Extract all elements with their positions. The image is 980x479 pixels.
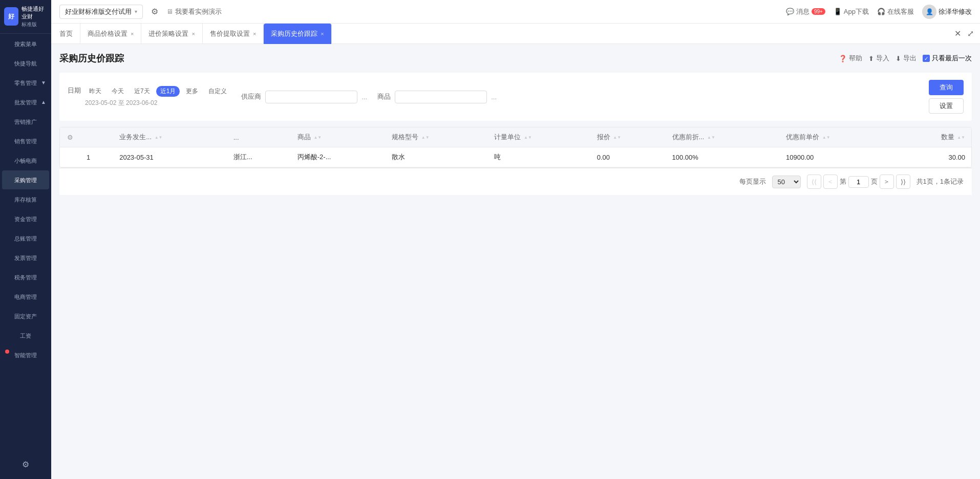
cell-before-price-0: 10900.00 <box>780 147 896 167</box>
sidebar-settings[interactable]: ⚙ <box>4 454 47 474</box>
page-last-button[interactable]: ⟩⟩ <box>896 175 910 189</box>
supplier-ellipsis-button[interactable]: ... <box>361 93 367 101</box>
page-actions: ❓ 帮助 ⬆ 导入 ⬇ 导出 ✓ 只看最后一次 <box>839 54 972 63</box>
sidebar-item-9[interactable]: 资金管理 <box>2 209 49 228</box>
user-profile[interactable]: 👤 徐泽华修改 <box>922 5 972 19</box>
sort-icon-before-price: ▲▼ <box>822 135 830 140</box>
sort-icon-price: ▲▼ <box>613 135 621 140</box>
tab-4[interactable]: 采购历史价跟踪× <box>264 24 331 44</box>
version-selector[interactable]: 好业财标准版交付试用 ▾ <box>59 5 143 19</box>
help-icon: ❓ <box>839 55 847 62</box>
total-info: 共1页，1条记录 <box>917 177 964 186</box>
sidebar-dot-16 <box>5 350 9 354</box>
demo-link[interactable]: 🖥 我要看实例演示 <box>166 7 222 16</box>
sidebar-item-16[interactable]: 智能管理 <box>2 345 49 364</box>
page-prev-button[interactable]: ＜ <box>823 175 838 189</box>
sidebar-item-label-1: 快捷导航 <box>14 60 37 68</box>
tab-close-1[interactable]: × <box>131 31 134 37</box>
query-button[interactable]: 查询 <box>929 80 964 95</box>
sidebar-item-12[interactable]: 税务管理 <box>2 268 49 287</box>
sidebar-item-2[interactable]: 零售管理▼ <box>2 73 49 92</box>
message-action[interactable]: 💬 消息 99+ <box>786 7 825 16</box>
sidebar-item-13[interactable]: 电商管理 <box>2 287 49 306</box>
tab-close-2[interactable]: × <box>191 31 195 37</box>
sidebar-item-0[interactable]: 搜索菜单 <box>2 34 49 53</box>
page-next-button[interactable]: ＞ <box>880 175 894 189</box>
online-service-action[interactable]: 🎧 在线客服 <box>877 7 914 16</box>
sidebar-arrow-3: ▲ <box>41 99 46 105</box>
export-icon: ⬇ <box>896 55 901 62</box>
settings-bottom-icon: ⚙ <box>22 460 29 469</box>
tab-2[interactable]: 进价策略设置× <box>141 24 202 44</box>
date-option-1month[interactable]: 近1月 <box>156 86 180 97</box>
sidebar-item-label-11: 发票管理 <box>14 254 37 262</box>
tab-maximize-button[interactable]: ⤢ <box>965 27 976 40</box>
tab-close-all-button[interactable]: ✕ <box>952 27 963 40</box>
date-option-more[interactable]: 更多 <box>182 86 202 97</box>
page-size-select[interactable]: 50 100 <box>772 176 801 188</box>
settings-button[interactable]: 设置 <box>929 98 964 114</box>
sidebar-item-10[interactable]: 总账管理 <box>2 229 49 248</box>
mobile-icon: 📱 <box>834 8 842 15</box>
cell-product-0: 丙烯酸-2-... <box>291 147 386 167</box>
page-title: 采购历史价跟踪 <box>59 52 124 64</box>
col-header-date[interactable]: 业务发生... ▲▼ <box>113 127 227 147</box>
product-ellipsis-button[interactable]: ... <box>491 93 497 101</box>
page-nav: ⟨⟨ ＜ 第 页 ＞ ⟩⟩ <box>807 175 910 189</box>
avatar: 👤 <box>922 5 936 19</box>
col-header-quantity[interactable]: 数量 ▲▼ <box>896 127 971 147</box>
sidebar-item-6[interactable]: 小畅电商 <box>2 151 49 170</box>
tab-3[interactable]: 售价提取设置× <box>203 24 264 44</box>
sidebar-item-14[interactable]: 固定资产 <box>2 307 49 325</box>
supplier-input[interactable] <box>265 91 357 103</box>
col-header-product[interactable]: 商品 ▲▼ <box>291 127 386 147</box>
sidebar-item-11[interactable]: 发票管理 <box>2 248 49 267</box>
help-button[interactable]: ❓ 帮助 <box>839 54 862 63</box>
sidebar-item-7[interactable]: 采购管理 <box>2 170 49 189</box>
sidebar-item-4[interactable]: 营销推广 <box>2 112 49 131</box>
cell-spec-0: 散水 <box>386 147 488 167</box>
cell-discount-0: 100.00% <box>666 147 780 167</box>
col-header-before-price[interactable]: 优惠前单价 ▲▼ <box>780 127 896 147</box>
monitor-icon: 🖥 <box>166 8 173 15</box>
message-label: 消息 <box>796 7 809 16</box>
tab-close-4[interactable]: × <box>321 31 324 37</box>
sidebar-item-8[interactable]: 库存核算 <box>2 190 49 209</box>
sidebar-logo: 好 畅捷通好业财 标准版 <box>0 0 51 34</box>
product-input[interactable] <box>395 91 487 103</box>
cell-supplier-0: 浙江... <box>227 147 291 167</box>
logo-icon: 好 <box>4 7 18 26</box>
page-prefix-label: 第 <box>840 177 846 186</box>
date-option-yesterday[interactable]: 昨天 <box>85 86 105 97</box>
page-first-button[interactable]: ⟨⟨ <box>807 175 821 189</box>
header-settings-button[interactable]: ⚙ <box>149 5 160 18</box>
page-number-input[interactable] <box>848 176 869 188</box>
import-button[interactable]: ⬆ 导入 <box>868 54 889 63</box>
tab-close-3[interactable]: × <box>253 31 256 37</box>
col-header-discount[interactable]: 优惠前折... ▲▼ <box>666 127 780 147</box>
date-option-today[interactable]: 今天 <box>108 86 128 97</box>
date-option-7days[interactable]: 近7天 <box>130 86 154 97</box>
sidebar-item-15[interactable]: 工资 <box>2 326 49 345</box>
user-name: 徐泽华修改 <box>939 7 972 16</box>
sidebar-item-5[interactable]: 销售管理 <box>2 132 49 150</box>
tab-0[interactable]: 首页 <box>59 24 80 44</box>
app-download-action[interactable]: 📱 App下载 <box>834 7 869 16</box>
sidebar-item-label-13: 电商管理 <box>14 293 37 301</box>
col-header-price[interactable]: 报价 ▲▼ <box>591 127 666 147</box>
filter-buttons: 查询 设置 <box>929 80 964 114</box>
import-label: 导入 <box>876 54 889 63</box>
column-settings-icon[interactable]: ⚙ <box>67 134 73 141</box>
only-last-checkbox[interactable]: ✓ 只看最后一次 <box>923 54 972 63</box>
sidebar-item-1[interactable]: 快捷导航 <box>2 54 49 73</box>
tab-1[interactable]: 商品价格设置× <box>80 24 141 44</box>
date-option-custom[interactable]: 自定义 <box>204 86 231 97</box>
export-button[interactable]: ⬇ 导出 <box>896 54 917 63</box>
col-header-spec[interactable]: 规格型号 ▲▼ <box>386 127 488 147</box>
col-header-unit[interactable]: 计量单位 ▲▼ <box>488 127 590 147</box>
sidebar-item-3[interactable]: 批发管理▲ <box>2 93 49 112</box>
tab-label-2: 进价策略设置 <box>148 29 188 38</box>
date-options: 昨天 今天 近7天 近1月 更多 自定义 <box>85 86 231 97</box>
supplier-filter-label: 供应商 <box>241 92 261 101</box>
product-filter-label: 商品 <box>377 92 391 101</box>
